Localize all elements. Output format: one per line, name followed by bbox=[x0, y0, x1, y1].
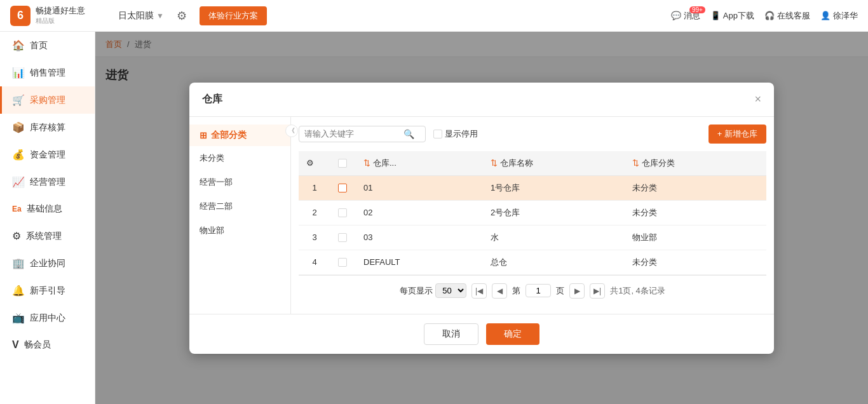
sidebar-item-purchase[interactable]: 🛒 采购管理 bbox=[0, 86, 95, 114]
page-info: 共1页, 4条记录 bbox=[610, 285, 665, 297]
table-container: ⚙ ⇅ 仓库... bbox=[299, 151, 766, 275]
show-disabled-toggle[interactable]: 显示停用 bbox=[433, 128, 478, 140]
branch-selector[interactable]: 日太阳膜 ▼ bbox=[118, 10, 164, 22]
system-icon: ⚙ bbox=[12, 230, 21, 242]
col-code: ⇅ 仓库... bbox=[356, 151, 483, 176]
inventory-icon: 📦 bbox=[12, 121, 25, 133]
logo-sub: 精品版 bbox=[36, 17, 85, 25]
sidebar-item-home[interactable]: 🏠 首页 bbox=[0, 32, 95, 59]
sidebar-item-sales[interactable]: 📊 销售管理 bbox=[0, 59, 95, 86]
logo-icon: 6 bbox=[10, 6, 31, 26]
sales-icon: 📊 bbox=[12, 67, 25, 79]
row-code: 03 bbox=[356, 225, 483, 250]
mobile-icon: 📱 bbox=[710, 11, 721, 20]
message-icon: 💬 bbox=[671, 11, 681, 20]
sidebar-item-app-center[interactable]: 📺 应用中心 bbox=[0, 304, 95, 332]
logo-area: 6 畅捷通好生意 精品版 bbox=[10, 6, 105, 26]
sidebar-item-inventory[interactable]: 📦 库存核算 bbox=[0, 114, 95, 141]
table-area: 🔍 显示停用 + 新增仓库 bbox=[291, 117, 774, 314]
finance-icon: 💰 bbox=[12, 149, 25, 161]
row-category: 未分类 bbox=[625, 175, 766, 200]
headset-icon: 🎧 bbox=[764, 11, 775, 20]
row-name: 1号仓库 bbox=[483, 175, 625, 200]
row-category: 未分类 bbox=[625, 200, 766, 225]
user-menu[interactable]: 👤 徐泽华 bbox=[820, 10, 858, 22]
row-checkbox-1[interactable] bbox=[338, 184, 347, 192]
table-row[interactable]: 1 01 1号仓库 未分类 bbox=[299, 175, 766, 200]
row-category: 物业部 bbox=[625, 225, 766, 250]
next-page-button[interactable]: ▶ bbox=[569, 283, 585, 299]
row-name: 水 bbox=[483, 225, 625, 250]
row-checkbox-2[interactable] bbox=[338, 208, 347, 217]
collapse-button[interactable]: 《 bbox=[285, 125, 298, 137]
search-box: 🔍 bbox=[299, 126, 426, 142]
col-category: ⇅ 仓库分类 bbox=[625, 151, 766, 176]
search-input[interactable] bbox=[304, 129, 400, 138]
pagination: 每页显示 50 |◀ ◀ 第 页 ▶ ▶| bbox=[299, 275, 766, 306]
col-checkbox bbox=[330, 151, 356, 176]
online-service-button[interactable]: 🎧 在线客服 bbox=[764, 10, 810, 22]
messages-button[interactable]: 💬 消息 99+ bbox=[671, 10, 700, 22]
table-row[interactable]: 3 03 水 物业部 bbox=[299, 225, 766, 250]
row-checkbox-4[interactable] bbox=[338, 258, 347, 267]
basic-info-icon: Ea bbox=[12, 205, 22, 213]
page-size-selector: 每页显示 50 bbox=[400, 283, 466, 298]
table-toolbar: 🔍 显示停用 + 新增仓库 bbox=[299, 125, 766, 144]
sidebar-item-operations[interactable]: 📈 经营管理 bbox=[0, 168, 95, 196]
all-categories[interactable]: ⊞ 全部分类 bbox=[189, 125, 290, 146]
row-name: 总仓 bbox=[483, 250, 625, 274]
sidebar-item-system[interactable]: ⚙ 系统管理 bbox=[0, 222, 95, 250]
sidebar-item-guide[interactable]: 🔔 新手引导 bbox=[0, 277, 95, 304]
sidebar-item-finance[interactable]: 💰 资金管理 bbox=[0, 141, 95, 168]
app-download-button[interactable]: 📱 App下载 bbox=[710, 10, 754, 22]
sidebar-item-enterprise[interactable]: 🏢 企业协同 bbox=[0, 250, 95, 277]
modal-header: 仓库 × bbox=[189, 83, 774, 117]
add-warehouse-button[interactable]: + 新增仓库 bbox=[709, 125, 766, 144]
chevron-down-icon: ▼ bbox=[156, 11, 164, 20]
grid-icon: ⊞ bbox=[200, 130, 207, 140]
row-code: 01 bbox=[356, 175, 483, 200]
sort-icon: ⇅ bbox=[363, 158, 370, 168]
page-number-input[interactable] bbox=[526, 284, 551, 297]
confirm-button[interactable]: 确定 bbox=[486, 323, 539, 345]
category-item-dept1[interactable]: 经营一部 bbox=[189, 170, 290, 194]
category-item-property[interactable]: 物业部 bbox=[189, 219, 290, 243]
show-disabled-checkbox[interactable] bbox=[433, 130, 442, 138]
cancel-button[interactable]: 取消 bbox=[424, 323, 478, 345]
enterprise-icon: 🏢 bbox=[12, 257, 25, 269]
col-num: ⚙ bbox=[299, 151, 330, 176]
sidebar-item-basic-info[interactable]: Ea 基础信息 bbox=[0, 196, 95, 222]
category-item-dept2[interactable]: 经营二部 bbox=[189, 194, 290, 219]
modal-close-button[interactable]: × bbox=[754, 93, 761, 106]
row-num: 4 bbox=[299, 250, 330, 274]
row-num: 1 bbox=[299, 175, 330, 200]
avatar: 👤 bbox=[820, 11, 831, 20]
table-row[interactable]: 4 DEFAULT 总仓 未分类 bbox=[299, 250, 766, 274]
sidebar-item-member[interactable]: V 畅会员 bbox=[0, 332, 95, 358]
modal-title: 仓库 bbox=[202, 93, 222, 106]
header-middle: 日太阳膜 ▼ ⚙ 体验行业方案 bbox=[105, 6, 671, 26]
row-num: 2 bbox=[299, 200, 330, 225]
category-sidebar: 《 ⊞ 全部分类 未分类 经营一部 经营二部 bbox=[189, 117, 291, 314]
row-checkbox-3[interactable] bbox=[338, 233, 347, 242]
table-row[interactable]: 2 02 2号仓库 未分类 bbox=[299, 200, 766, 225]
gear-icon[interactable]: ⚙ bbox=[172, 6, 192, 26]
purchase-icon: 🛒 bbox=[12, 94, 25, 106]
warehouse-table: ⚙ ⇅ 仓库... bbox=[299, 151, 766, 275]
modal-footer: 取消 确定 bbox=[189, 314, 774, 354]
page-size-select[interactable]: 50 bbox=[435, 283, 466, 298]
last-page-button[interactable]: ▶| bbox=[590, 283, 605, 299]
sort-icon-name: ⇅ bbox=[491, 158, 498, 168]
modal-dialog: 仓库 × 《 ⊞ 全部分类 未分类 bbox=[189, 83, 774, 354]
category-item-unclassified[interactable]: 未分类 bbox=[189, 146, 290, 170]
trial-button[interactable]: 体验行业方案 bbox=[200, 6, 267, 25]
select-all-checkbox[interactable] bbox=[338, 159, 347, 168]
settings-icon[interactable]: ⚙ bbox=[306, 158, 314, 168]
prev-page-button[interactable]: ◀ bbox=[492, 283, 507, 299]
first-page-button[interactable]: |◀ bbox=[471, 283, 487, 299]
main-layout: 🏠 首页 📊 销售管理 🛒 采购管理 📦 库存核算 💰 资金管理 📈 经营管理 … bbox=[0, 32, 868, 404]
header-right: 💬 消息 99+ 📱 App下载 🎧 在线客服 👤 徐泽华 bbox=[671, 10, 858, 22]
messages-badge: 99+ bbox=[689, 6, 705, 13]
row-num: 3 bbox=[299, 225, 330, 250]
home-icon: 🏠 bbox=[12, 39, 25, 51]
